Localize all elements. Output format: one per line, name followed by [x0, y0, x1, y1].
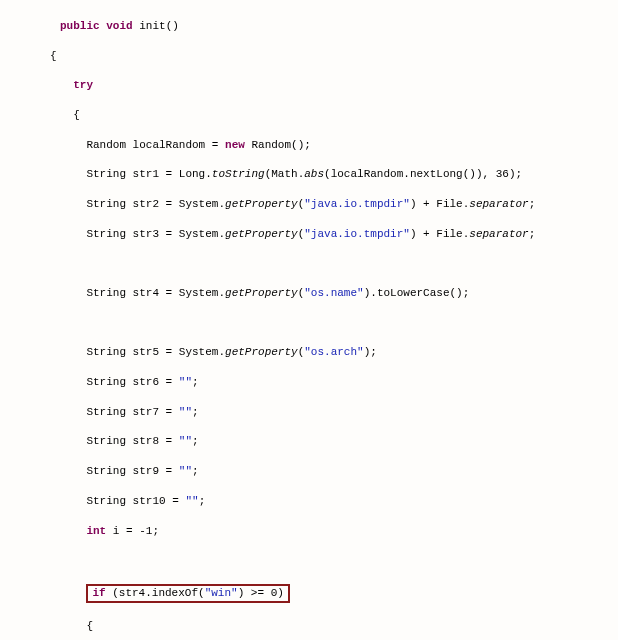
line-str2: String str2 = System.getProperty("java.i…: [60, 197, 618, 212]
line-str7: String str7 = "";: [60, 405, 618, 420]
line-str3: String str3 = System.getProperty("java.i…: [60, 227, 618, 242]
line-str10: String str10 = "";: [60, 494, 618, 509]
if-win: if (str4.indexOf("win") >= 0): [60, 583, 618, 604]
line-str8: String str8 = "";: [60, 434, 618, 449]
blank: [60, 256, 618, 271]
line-str6: String str6 = "";: [60, 375, 618, 390]
blank: [60, 316, 618, 331]
line-str5: String str5 = System.getProperty("os.arc…: [60, 345, 618, 360]
line-str4: String str4 = System.getProperty("os.nam…: [60, 286, 618, 301]
blank: [60, 553, 618, 568]
brace-open: {: [60, 108, 618, 123]
brace-open: {: [50, 49, 608, 64]
line-str9: String str9 = "";: [60, 464, 618, 479]
kw-void: void: [106, 20, 132, 32]
highlight-box: if (str4.indexOf("win") >= 0): [86, 584, 289, 603]
method-name: init(): [133, 20, 179, 32]
code-block: public void init() { try { Random localR…: [0, 0, 618, 640]
line-int-i: int i = -1;: [60, 524, 618, 539]
kw-public: public: [60, 20, 100, 32]
brace-open: {: [60, 619, 618, 634]
method-signature: public void init(): [60, 19, 618, 34]
kw-try: try: [60, 78, 618, 93]
line-random: Random localRandom = new Random();: [60, 138, 618, 153]
line-str1: String str1 = Long.toString(Math.abs(loc…: [60, 167, 618, 182]
